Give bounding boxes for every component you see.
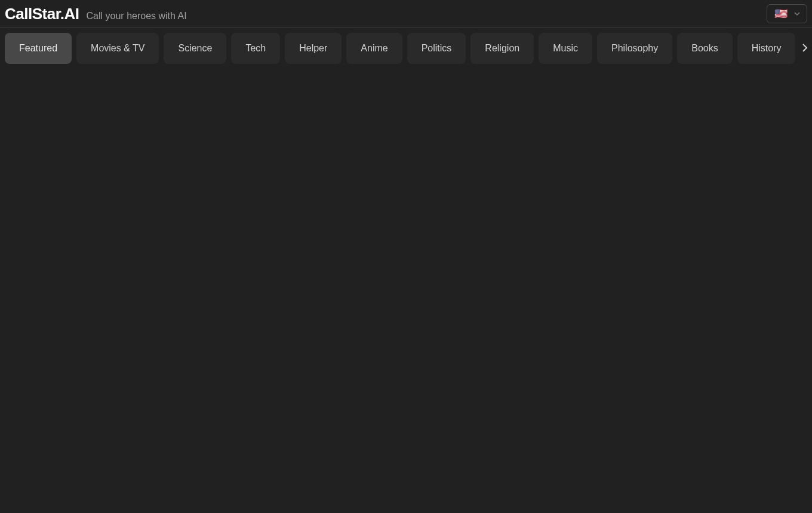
header: CallStar.AI Call your heroes with AI 🇺🇸	[0, 0, 812, 28]
header-left: CallStar.AI Call your heroes with AI	[5, 5, 187, 23]
language-selector[interactable]: 🇺🇸	[767, 4, 807, 23]
category-religion[interactable]: Religion	[470, 33, 534, 64]
category-music[interactable]: Music	[539, 33, 592, 64]
chevron-right-icon	[799, 42, 810, 55]
chevron-down-icon	[793, 10, 801, 17]
brand-logo[interactable]: CallStar.AI	[5, 5, 79, 23]
category-movies-tv[interactable]: Movies & TV	[76, 33, 159, 64]
category-helper[interactable]: Helper	[285, 33, 342, 64]
flag-icon: 🇺🇸	[774, 8, 788, 19]
category-anime[interactable]: Anime	[346, 33, 402, 64]
category-featured[interactable]: Featured	[5, 33, 72, 64]
category-politics[interactable]: Politics	[407, 33, 466, 64]
scroll-right-button[interactable]	[793, 33, 812, 64]
tagline: Call your heroes with AI	[87, 11, 187, 21]
category-tech[interactable]: Tech	[231, 33, 280, 64]
category-bar: Featured Movies & TV Science Tech Helper…	[0, 28, 812, 69]
category-books[interactable]: Books	[677, 33, 732, 64]
category-philosophy[interactable]: Philosophy	[597, 33, 672, 64]
category-science[interactable]: Science	[164, 33, 226, 64]
category-history[interactable]: History	[737, 33, 796, 64]
